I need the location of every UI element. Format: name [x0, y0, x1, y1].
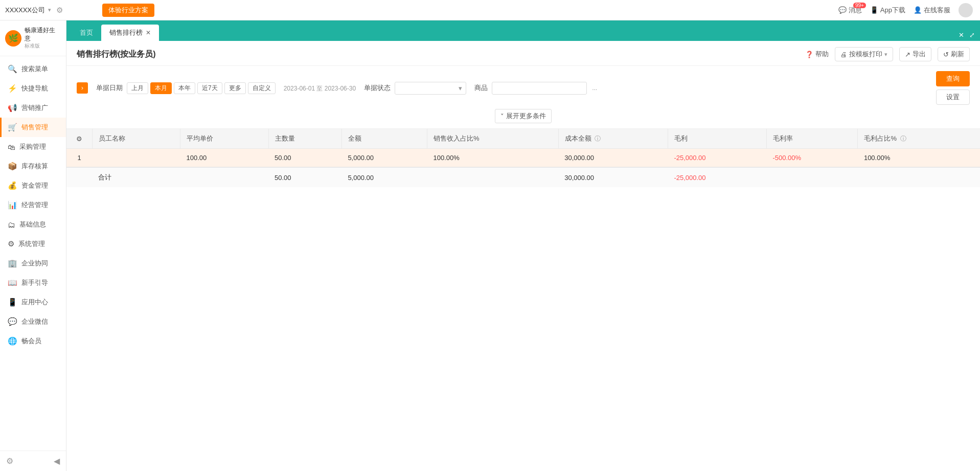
td-rank: 1 — [66, 149, 92, 168]
goods-input[interactable] — [492, 82, 587, 95]
avatar-area[interactable] — [959, 3, 975, 17]
main-layout: 🌿 畅康通好生意 标准版 🔍 搜索菜单 ⚡ 快捷导航 📢 营销推广 🛒 销售管理 — [0, 20, 980, 471]
cost-help-icon[interactable]: ⓘ — [595, 135, 601, 142]
sidebar-item-system[interactable]: ⚙ 系统管理 — [0, 234, 66, 254]
sidebar-logo: 🌿 畅康通好生意 标准版 — [0, 20, 66, 56]
sidebar-collapse-icon[interactable]: ◀ — [54, 456, 60, 466]
expand-label: 展开更多条件 — [506, 111, 546, 121]
date-range-display: 2023-06-01 至 2023-06-30 — [284, 83, 356, 93]
date-opt-last-month[interactable]: 上月 — [127, 82, 148, 94]
col-settings-icon[interactable]: ⚙ — [76, 135, 82, 143]
sidebar-item-quick-nav[interactable]: ⚡ 快捷导航 — [0, 79, 66, 98]
sidebar-item-label: 应用中心 — [21, 298, 48, 307]
print-btn[interactable]: 🖨 按模板打印 ▾ — [835, 47, 893, 61]
date-opt-more[interactable]: 更多 — [224, 82, 246, 94]
tab-home-label: 首页 — [80, 28, 93, 37]
tab-expand-icon[interactable]: ⤢ — [969, 31, 975, 39]
th-gross-pct: 毛利占比% ⓘ — [858, 129, 980, 149]
expand-conditions-btn[interactable]: ˅ 展开更多条件 — [495, 109, 552, 123]
company-selector[interactable]: XXXXXX公司 ▾ ⚙ — [5, 6, 97, 15]
col-gross-rate-label: 毛利率 — [773, 134, 793, 142]
settings-btn[interactable]: 设置 — [936, 89, 970, 105]
message-badge: 99+ — [853, 3, 866, 8]
top-bar: XXXXXX公司 ▾ ⚙ 体验行业方案 💬 消息 99+ 📱 App下载 👤 在… — [0, 0, 980, 20]
enterprise-icon: 🏢 — [8, 259, 17, 268]
date-options: 上月 本月 本年 近7天 更多 自定义 — [127, 82, 276, 94]
th-settings: ⚙ — [66, 129, 92, 149]
export-icon: ↗ — [905, 51, 910, 58]
tab-close-icon[interactable]: ✕ — [146, 29, 151, 36]
refresh-btn[interactable]: ↺ 刷新 — [938, 47, 970, 61]
member-icon: 🌐 — [8, 337, 17, 346]
table-header: ⚙ 员工名称 平均单价 主数量 — [66, 129, 980, 149]
col-gross-label: 毛利 — [674, 134, 688, 142]
td-avg-price: 100.00 — [180, 149, 269, 168]
experience-btn[interactable]: 体验行业方案 — [102, 4, 154, 17]
td-sales-pct: 100.00% — [427, 149, 559, 168]
sidebar-item-basic[interactable]: 🗂 基础信息 — [0, 215, 66, 234]
sidebar-item-wechat[interactable]: 💬 企业微信 — [0, 312, 66, 331]
tfoot-gross-rate — [766, 167, 857, 187]
date-opt-this-month[interactable]: 本月 — [150, 82, 172, 94]
sidebar-item-marketing[interactable]: 📢 营销推广 — [0, 98, 66, 118]
sidebar-item-label: 企业微信 — [21, 317, 48, 326]
col-avg-price-label: 平均单价 — [187, 134, 213, 142]
status-select[interactable] — [395, 82, 466, 95]
sidebar-item-label: 营销推广 — [21, 103, 48, 113]
logo-icon: 🌿 — [5, 30, 21, 47]
export-btn[interactable]: ↗ 导出 — [899, 47, 931, 61]
company-name: XXXXXX公司 — [5, 6, 45, 15]
date-range-text: 2023-06-01 至 2023-06-30 — [284, 84, 356, 93]
search-icon: 🔍 — [8, 64, 17, 74]
tab-sales-rank[interactable]: 销售排行榜 ✕ — [101, 25, 159, 41]
sidebar-item-enterprise[interactable]: 🏢 企业协同 — [0, 254, 66, 273]
refresh-label: 刷新 — [951, 50, 964, 59]
user-avatar — [959, 3, 973, 17]
sidebar-item-sales[interactable]: 🛒 销售管理 — [0, 118, 66, 137]
online-service-btn[interactable]: 👤 在线客服 — [914, 6, 950, 15]
logo-sub: 标准版 — [25, 42, 61, 50]
sidebar-item-search[interactable]: 🔍 搜索菜单 — [0, 59, 66, 79]
tfoot-empty-1 — [66, 167, 92, 187]
date-opt-this-year[interactable]: 本年 — [174, 82, 195, 94]
sidebar-item-member[interactable]: 🌐 畅会员 — [0, 331, 66, 351]
th-avg-price: 平均单价 — [180, 129, 269, 149]
message-btn[interactable]: 💬 消息 99+ — [838, 6, 862, 15]
settings-icon[interactable]: ⚙ — [56, 6, 63, 15]
td-cost-amount: 30,000.00 — [558, 149, 668, 168]
query-btn[interactable]: 查询 — [936, 71, 970, 86]
sidebar-nav: 🔍 搜索菜单 ⚡ 快捷导航 📢 营销推广 🛒 销售管理 🛍 采购管理 📦 — [0, 56, 66, 451]
guide-icon: 📖 — [8, 278, 17, 287]
date-opt-custom[interactable]: 自定义 — [248, 82, 276, 94]
tab-close-all-icon[interactable]: ✕ — [959, 31, 964, 39]
message-icon: 💬 — [838, 6, 847, 14]
app-download-btn[interactable]: 📱 App下载 — [870, 6, 905, 15]
sidebar-item-operations[interactable]: 📊 经营管理 — [0, 195, 66, 215]
filter-toggle-btn[interactable]: › — [77, 82, 88, 94]
tab-home[interactable]: 首页 — [72, 25, 101, 41]
col-gross-pct-label: 毛利占比% — [864, 134, 897, 142]
filter-status: 单据状态 — [364, 82, 466, 95]
status-filter-label: 单据状态 — [364, 83, 391, 93]
help-btn[interactable]: ❓ 帮助 — [805, 50, 829, 59]
col-amount-label: 全额 — [348, 134, 361, 142]
gross-pct-help-icon[interactable]: ⓘ — [900, 135, 906, 142]
date-opt-7days[interactable]: 近7天 — [197, 82, 222, 94]
tfoot-total-label: 合计 — [92, 167, 180, 187]
sidebar-settings-icon[interactable]: ⚙ — [6, 456, 13, 466]
sidebar-item-app-center[interactable]: 📱 应用中心 — [0, 293, 66, 312]
sidebar-bottom: ⚙ ◀ — [0, 451, 66, 471]
sidebar-item-purchase[interactable]: 🛍 采购管理 — [0, 137, 66, 156]
td-amount: 5,000.00 — [341, 149, 427, 168]
tfoot-empty-4 — [858, 167, 980, 187]
col-cost-label: 成本全额 — [565, 134, 591, 142]
company-dropdown-icon[interactable]: ▾ — [48, 7, 51, 13]
sidebar-item-guide[interactable]: 📖 新手引导 — [0, 273, 66, 293]
sidebar-item-finance[interactable]: 💰 资金管理 — [0, 176, 66, 195]
filter-more-row: ˅ 展开更多条件 — [77, 109, 970, 123]
sidebar-item-inventory[interactable]: 📦 库存核算 — [0, 156, 66, 176]
basic-icon: 🗂 — [8, 220, 15, 229]
tfoot-empty-3 — [427, 167, 559, 187]
goods-more-icon[interactable]: ... — [592, 84, 597, 92]
date-filter-label: 单据日期 — [96, 83, 123, 93]
